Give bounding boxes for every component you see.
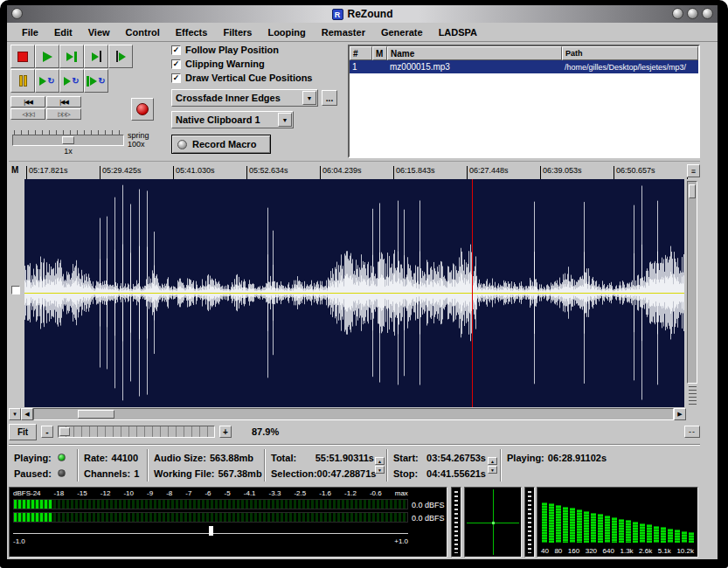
maximize-button[interactable] — [687, 8, 698, 19]
waveform-view[interactable] — [24, 179, 684, 407]
play-selection-button[interactable] — [59, 45, 84, 68]
menu-item-remaster[interactable]: Remaster — [314, 24, 373, 40]
shuttle-slider[interactable] — [12, 135, 124, 146]
seek-backward-button[interactable]: ◁◁◁ — [10, 108, 45, 120]
spectrum-bar — [633, 522, 638, 543]
close-button[interactable] — [702, 8, 713, 19]
seek-forward-button[interactable]: ▷▷▷ — [46, 108, 81, 120]
menu-item-view[interactable]: View — [80, 24, 118, 40]
spin-up-button[interactable]: ▲ — [488, 457, 497, 465]
column-header-path[interactable]: Path — [562, 46, 698, 60]
selection-range-spinner: ▲ ▼ — [488, 457, 497, 474]
scrollbar-thumb[interactable] — [78, 410, 114, 419]
column-header-name[interactable]: Name — [387, 46, 562, 60]
spectrum-bar — [577, 509, 582, 543]
menu-item-control[interactable]: Control — [118, 24, 168, 40]
scroll-right-button[interactable]: ▶ — [674, 408, 686, 420]
dbfs-scale-label: -1.2 — [344, 489, 357, 497]
clipboard-select[interactable]: Native Clipboard 1 ▼ — [171, 111, 294, 128]
stop-button[interactable] — [10, 45, 35, 68]
menu-item-effects[interactable]: Effects — [168, 24, 216, 40]
selection-length-spinner: ▲ ▼ — [375, 457, 385, 474]
column-header-number[interactable]: # — [350, 46, 372, 60]
zoom-in-button[interactable]: + — [219, 426, 232, 438]
ruler-tick: 05:52.634s — [246, 166, 288, 180]
jump-to-prev-cue-button[interactable]: |◀◀ — [46, 96, 81, 107]
menu-item-edit[interactable]: Edit — [46, 24, 80, 40]
play-selection-looped-button[interactable]: ↻ — [59, 69, 84, 93]
frequency-label: 1.3k — [620, 547, 633, 555]
level-meter-2 — [13, 512, 408, 523]
frequency-label: 640 — [603, 547, 614, 555]
file-list-row-selected[interactable]: 1 mz000015.mp3 /home/gilles/Desktop/lesj… — [350, 60, 698, 73]
start-value: 03:54.26753s — [426, 450, 486, 466]
checkbox-clipping-warning[interactable]: ✓Clipping Warning — [171, 57, 346, 71]
menu-item-ladspa[interactable]: LADSPA — [431, 24, 485, 40]
play-looped-button[interactable]: ↻ — [35, 69, 59, 93]
panel-resize-handle[interactable]: -- — [684, 426, 700, 438]
play-all-button[interactable] — [35, 45, 59, 68]
divider — [77, 449, 79, 481]
spin-down-button[interactable]: ▼ — [488, 466, 497, 474]
level-readout-2: 0.0 dBFS — [412, 514, 445, 523]
ruler-tick: 05:17.821s — [26, 166, 68, 180]
titlebar[interactable]: R ReZound — [7, 5, 718, 23]
menu-item-file[interactable]: File — [14, 24, 46, 40]
start-label: Start: — [393, 450, 419, 466]
window-menu-button[interactable] — [11, 8, 23, 19]
ruler-menu-button[interactable]: ≡ — [687, 164, 700, 177]
play-from-cursor-button[interactable] — [108, 45, 133, 68]
playback-option-checkboxes: ✓Follow Play Position✓Clipping Warning✓D… — [171, 43, 346, 85]
scroll-options-button[interactable]: ▾ — [9, 408, 21, 420]
menubar: FileEditViewControlEffectsFiltersLooping… — [7, 23, 718, 42]
scrollbar-track[interactable] — [33, 408, 674, 420]
loop-arrow-icon: ↻ — [47, 77, 54, 86]
checkbox-follow-play-position[interactable]: ✓Follow Play Position — [171, 43, 346, 57]
jump-to-start-button[interactable]: |◀◀ — [10, 96, 45, 107]
column-header-modified[interactable]: M — [372, 46, 387, 60]
checkbox-draw-vertical-cue-positions[interactable]: ✓Draw Vertical Cue Positions — [171, 71, 346, 85]
play-looped-gap-icon — [90, 77, 97, 86]
play-to-end-icon — [92, 52, 99, 61]
checkbox-box-clipping-warning[interactable]: ✓ — [171, 59, 181, 69]
time-ruler[interactable]: 05:17.821s05:29.425s05:41.030s05:52.634s… — [24, 162, 700, 180]
pause-icon — [19, 75, 23, 87]
spin-down-button[interactable]: ▼ — [375, 466, 385, 474]
menu-item-filters[interactable]: Filters — [215, 24, 260, 40]
dbfs-scale-label: max — [395, 489, 408, 497]
chevron-down-icon[interactable]: ▼ — [302, 91, 316, 105]
play-state-column: Playing: Paused: — [14, 450, 66, 481]
zoom-out-button[interactable]: - — [41, 426, 53, 438]
zoom-fit-button[interactable]: Fit — [9, 424, 37, 440]
menu-item-generate[interactable]: Generate — [373, 24, 431, 40]
record-macro-button[interactable]: Record Macro — [171, 135, 271, 154]
crossfade-edges-select[interactable]: Crossfade Inner Edges ▼ — [171, 89, 318, 107]
dbfs-scale-label: dBFS-24 — [13, 489, 41, 497]
file-name: mz000015.mp3 — [387, 60, 562, 73]
level-meter-2-lit — [14, 513, 52, 522]
shuttle-thumb[interactable] — [62, 136, 74, 144]
chevron-down-icon[interactable]: ▼ — [278, 113, 292, 127]
scroll-left-button[interactable]: ◀ — [21, 408, 33, 420]
play-looped-gap-button[interactable]: ↻ — [84, 69, 108, 93]
scrollbar-corner — [686, 408, 700, 420]
zoom-slider[interactable] — [58, 426, 215, 438]
zoom-slider-thumb[interactable] — [59, 427, 70, 436]
spin-up-button[interactable]: ▲ — [375, 457, 385, 465]
checkbox-box-draw-vertical-cue-positions[interactable]: ✓ — [171, 73, 181, 83]
dbfs-scale-label: -18 — [54, 489, 65, 497]
crossfade-settings-button[interactable]: ... — [322, 90, 337, 106]
channel-mute-checkbox[interactable] — [11, 286, 20, 294]
play-to-end-button[interactable] — [84, 45, 108, 68]
pause-button[interactable] — [10, 69, 35, 93]
position-label: Playing: — [507, 450, 544, 466]
vertical-zoom-slider[interactable] — [687, 181, 697, 384]
vertical-zoom-thumb[interactable] — [689, 184, 696, 198]
crossfade-edges-value: Crossfade Inner Edges — [173, 93, 302, 103]
divider — [386, 449, 388, 481]
checkbox-box-follow-play-position[interactable]: ✓ — [171, 45, 181, 55]
waveform-canvas[interactable] — [24, 179, 684, 407]
menu-item-looping[interactable]: Looping — [260, 24, 313, 40]
minimize-button[interactable] — [672, 8, 683, 19]
record-button[interactable] — [131, 98, 154, 121]
